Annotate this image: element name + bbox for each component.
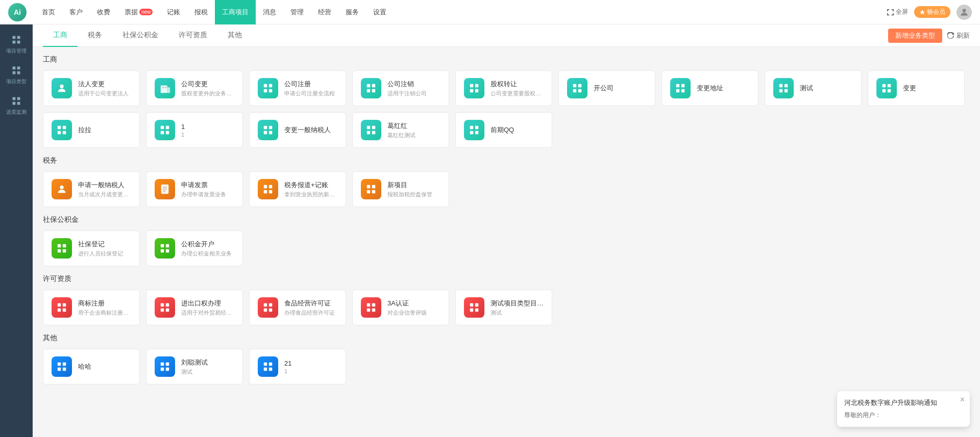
- refresh-button[interactable]: 刷新: [947, 31, 970, 40]
- svg-rect-49: [63, 131, 66, 134]
- nav-item-记账[interactable]: 记账: [160, 0, 187, 24]
- service-card[interactable]: 公积金开户办理公积金相关业务: [146, 230, 243, 266]
- service-card-name: 进出口权办理: [181, 299, 234, 308]
- svg-rect-37: [681, 89, 684, 92]
- service-card-icon: [876, 78, 897, 98]
- svg-point-13: [60, 85, 63, 88]
- svg-rect-52: [161, 131, 164, 134]
- notification-close-button[interactable]: ×: [960, 395, 965, 404]
- section-shuiwu: 税务申请一般纳税人当月或次月成变更完成申请发票办理申请发票业务税务报道+记账拿到…: [43, 156, 970, 207]
- nav-item-票据[interactable]: 票据new: [117, 0, 160, 24]
- service-card[interactable]: 食品经营许可证办理食品经营许可证: [249, 290, 346, 325]
- sidebar-item-label: 项目类型: [6, 79, 27, 85]
- section-gongshang: 工商法人变更适用于公司变更法人公司变更股权变更外的业务变更公司注册申请公司注册全…: [43, 55, 970, 148]
- fullscreen-button[interactable]: 全屏: [887, 8, 908, 16]
- service-card-icon: [52, 356, 72, 377]
- sidebar-item-项目类型[interactable]: 项目类型: [0, 59, 33, 90]
- service-card[interactable]: 变更地址: [662, 70, 758, 106]
- svg-rect-80: [63, 244, 66, 247]
- section-title-shuiwu: 税务: [43, 156, 970, 165]
- service-card-icon: [258, 78, 278, 98]
- svg-rect-82: [63, 249, 66, 252]
- service-card-info: 测试项目类型目定义测试: [491, 299, 544, 317]
- section-title-qita: 其他: [43, 333, 970, 343]
- service-card[interactable]: 公司注销适用于注销公司: [352, 70, 449, 106]
- svg-rect-100: [372, 303, 375, 306]
- sidebar-item-项目管理[interactable]: 项目管理: [0, 29, 33, 59]
- nav-item-设置[interactable]: 设置: [366, 0, 394, 24]
- svg-rect-75: [367, 185, 370, 188]
- service-card-info: 公司注册申请公司注册全流程: [284, 80, 337, 97]
- service-card[interactable]: 变更一般纳税人: [249, 112, 346, 148]
- sub-tab-工商[interactable]: 工商: [43, 24, 78, 47]
- service-card[interactable]: 申请一般纳税人当月或次月成变更完成: [43, 171, 140, 207]
- card-grid-shebao: 社保登记进行人员社保登记公积金开户办理公积金相关业务: [43, 230, 970, 266]
- service-card[interactable]: 商标注册用于企业商标注册服务: [43, 290, 140, 325]
- service-card-desc: 办理食品经营许可证: [284, 309, 337, 317]
- nav-item-客户[interactable]: 客户: [62, 0, 90, 24]
- service-card[interactable]: 变更: [868, 70, 965, 106]
- service-card[interactable]: 公司注册申请公司注册全流程: [249, 70, 346, 106]
- service-card-name: 测试项目类型目定义: [491, 299, 544, 308]
- svg-rect-74: [269, 190, 272, 193]
- nav-item-消息[interactable]: 消息: [256, 0, 283, 24]
- service-card[interactable]: 税务报道+记账拿到营业执照的新公司: [249, 171, 346, 207]
- svg-rect-99: [367, 303, 370, 306]
- service-card[interactable]: 新项目报税加税控盘保管: [352, 171, 449, 207]
- sidebar-item-进度监测[interactable]: 进度监测: [0, 90, 33, 120]
- nav-menu: 首页客户收费票据new记账报税工商项目消息管理经营服务设置: [35, 0, 887, 24]
- service-card[interactable]: 拉拉: [43, 112, 140, 148]
- nav-item-工商项目[interactable]: 工商项目: [215, 0, 256, 24]
- service-card[interactable]: 3A认证对企业信誉评级: [352, 290, 449, 325]
- sub-tab-许可资质[interactable]: 许可资质: [168, 24, 217, 47]
- service-card[interactable]: 测试项目类型目定义测试: [455, 290, 552, 325]
- service-card-info: 申请发票办理申请发票业务: [181, 181, 234, 198]
- service-card-name: 哈哈: [78, 362, 131, 371]
- nav-item-首页[interactable]: 首页: [35, 0, 62, 24]
- svg-rect-17: [165, 87, 166, 88]
- content-area: 工商税务社保公积金许可资质其他 新增业务类型 刷新 工商法人变更适用于公司变更法…: [33, 24, 980, 437]
- top-navigation: Ai 首页客户收费票据new记账报税工商项目消息管理经营服务设置 全屏 畅会员: [0, 0, 980, 24]
- service-card-icon: [670, 78, 691, 98]
- svg-rect-63: [475, 126, 478, 129]
- service-card[interactable]: 股权转让公司变更需要股权转让: [455, 70, 552, 106]
- svg-rect-5: [13, 67, 16, 70]
- service-card[interactable]: 申请发票办理申请发票业务: [146, 171, 243, 207]
- svg-rect-112: [166, 363, 169, 366]
- service-card[interactable]: 进出口权办理适用于对外贸易经营者: [146, 290, 243, 325]
- sub-tab-税务[interactable]: 税务: [78, 24, 112, 47]
- nav-item-报税[interactable]: 报税: [187, 0, 215, 24]
- nav-item-收费[interactable]: 收费: [90, 0, 117, 24]
- sub-tab-其他[interactable]: 其他: [217, 24, 252, 47]
- service-card[interactable]: 哈哈: [43, 349, 140, 384]
- svg-rect-50: [161, 126, 164, 129]
- app-logo[interactable]: Ai: [8, 3, 27, 21]
- service-card[interactable]: 葛红红葛红红测试: [352, 112, 449, 148]
- svg-rect-3: [13, 41, 16, 44]
- svg-rect-76: [372, 185, 375, 188]
- service-card-desc: 测试: [491, 309, 544, 317]
- nav-badge: new: [139, 9, 153, 15]
- nav-item-管理[interactable]: 管理: [283, 0, 311, 24]
- service-card[interactable]: 开公司: [558, 70, 655, 106]
- new-business-type-button[interactable]: 新增业务类型: [888, 29, 942, 43]
- svg-rect-4: [17, 41, 20, 44]
- service-card-name: 刘聪测试: [181, 358, 234, 367]
- service-card[interactable]: 11: [146, 112, 243, 148]
- service-card[interactable]: 法人变更适用于公司变更法人: [43, 70, 140, 106]
- vip-button[interactable]: 畅会员: [914, 6, 950, 18]
- svg-rect-102: [372, 309, 375, 312]
- svg-rect-34: [676, 84, 679, 87]
- svg-rect-56: [264, 131, 267, 134]
- service-card-icon: [258, 120, 278, 140]
- sub-tab-社保公积金[interactable]: 社保公积金: [112, 24, 168, 47]
- service-card[interactable]: 测试: [765, 70, 862, 106]
- service-card[interactable]: 211: [249, 349, 346, 384]
- service-card[interactable]: 前期QQ: [455, 112, 552, 148]
- service-card[interactable]: 社保登记进行人员社保登记: [43, 230, 140, 266]
- service-card[interactable]: 公司变更股权变更外的业务变更: [146, 70, 243, 106]
- nav-item-服务[interactable]: 服务: [338, 0, 366, 24]
- user-avatar[interactable]: [957, 5, 972, 20]
- service-card[interactable]: 刘聪测试测试: [146, 349, 243, 384]
- nav-item-经营[interactable]: 经营: [311, 0, 338, 24]
